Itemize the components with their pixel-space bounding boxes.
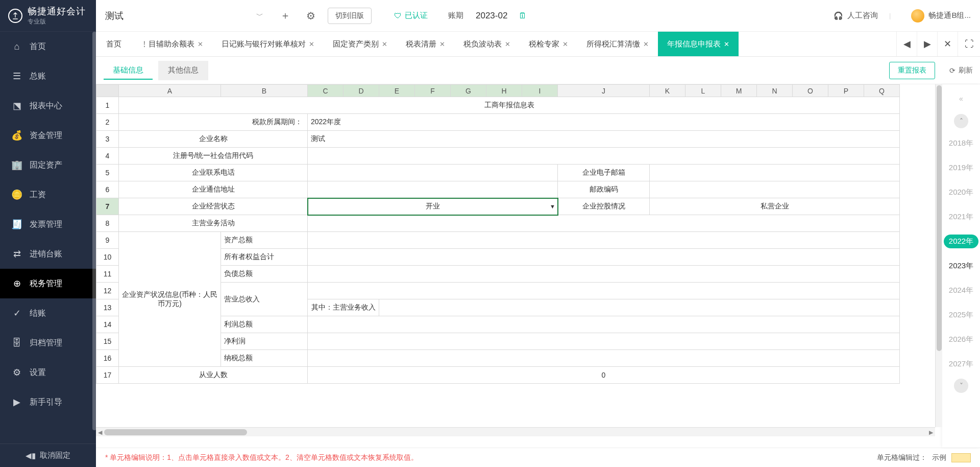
row-header[interactable]: 3	[96, 131, 119, 148]
tab-aux-balance[interactable]: ﹗目辅助余额表✕	[132, 32, 212, 56]
switch-old-version-button[interactable]: 切到旧版	[328, 8, 372, 24]
cell-employees-value[interactable]: 0	[308, 367, 900, 384]
row-header[interactable]: 7	[96, 198, 119, 215]
col-header[interactable]: J	[558, 85, 650, 97]
close-icon[interactable]: ✕	[382, 40, 387, 48]
tab-asset-category[interactable]: 固定资产类别✕	[324, 32, 397, 56]
col-header[interactable]: F	[415, 85, 451, 97]
col-header[interactable]: O	[793, 85, 828, 97]
cell-holding-label[interactable]: 企业控股情况	[558, 198, 650, 215]
cell-asset-total-label[interactable]: 资产总额	[221, 232, 308, 249]
tab-tax-book[interactable]: 税表清册✕	[397, 32, 454, 56]
cell-phone[interactable]	[308, 165, 558, 181]
sidebar-item-invoice[interactable]: 🧾发票管理	[0, 209, 96, 239]
tab-bank-recon[interactable]: 日记账与银行对账单核对✕	[212, 32, 324, 56]
year-item[interactable]: 2019年	[942, 156, 980, 179]
year-item[interactable]: 2021年	[942, 205, 980, 228]
close-icon[interactable]: ✕	[505, 40, 510, 48]
cell-addr[interactable]	[308, 181, 558, 198]
cell-rev-label[interactable]: 营业总收入	[221, 283, 308, 316]
cell-tax-label[interactable]: 纳税总额	[221, 350, 308, 367]
calendar-icon[interactable]: 🗓	[519, 11, 527, 20]
consult-button[interactable]: 🎧 人工咨询	[834, 11, 878, 20]
cell-email-label[interactable]: 企业电子邮箱	[558, 165, 650, 181]
select-all-corner[interactable]	[96, 85, 119, 97]
close-icon[interactable]: ✕	[724, 40, 729, 48]
subtab-basic[interactable]: 基础信息	[103, 61, 153, 80]
cell-status-label[interactable]: 企业经营状态	[119, 198, 308, 215]
cell-asset-total[interactable]	[308, 232, 900, 249]
row-header[interactable]: 16	[96, 350, 119, 367]
col-header[interactable]: C	[308, 85, 344, 97]
cell-status-dropdown[interactable]: 开业▼	[308, 198, 558, 215]
year-item[interactable]: 2018年	[942, 131, 980, 155]
close-icon[interactable]: ✕	[439, 40, 445, 48]
cell-email[interactable]	[650, 165, 900, 181]
cell-liab[interactable]	[308, 266, 900, 283]
col-header[interactable]: I	[522, 85, 558, 97]
year-scroll-down[interactable]: ˅	[954, 379, 968, 393]
cell-profit-label[interactable]: 利润总额	[221, 316, 308, 333]
col-header[interactable]: A	[119, 85, 221, 97]
row-header[interactable]: 6	[96, 181, 119, 198]
sidebar-item-closing[interactable]: ✓结账	[0, 298, 96, 328]
cell-mainbiz-label[interactable]: 主营业务活动	[119, 215, 308, 232]
cell-phone-label[interactable]: 企业联系电话	[119, 165, 308, 181]
year-item[interactable]: 2020年	[942, 180, 980, 204]
sidebar-item-inout[interactable]: ⇄进销台账	[0, 239, 96, 269]
cell-mainbiz[interactable]	[308, 215, 900, 232]
sidebar-item-archive[interactable]: 🗄归档管理	[0, 328, 96, 358]
col-header[interactable]: Q	[864, 85, 900, 97]
horizontal-scrollbar[interactable]: ◀▶	[96, 427, 935, 436]
sidebar-item-reports[interactable]: ⬔报表中心	[0, 91, 96, 121]
cell-employees-label[interactable]: 从业人数	[119, 367, 308, 384]
row-header[interactable]: 2	[96, 114, 119, 131]
cell-rev-main[interactable]	[379, 299, 900, 316]
col-header[interactable]: B	[221, 85, 308, 97]
sidebar-item-tax[interactable]: ⊕税务管理	[0, 269, 96, 298]
col-header[interactable]: N	[757, 85, 793, 97]
close-icon[interactable]: ✕	[643, 40, 649, 48]
subtab-other[interactable]: 其他信息	[158, 61, 208, 80]
sidebar-item-funds[interactable]: 💰资金管理	[0, 121, 96, 150]
year-item-active[interactable]: 2022年	[942, 229, 980, 253]
tabs-fullscreen[interactable]: ⛶	[958, 32, 980, 56]
year-item[interactable]: 2027年	[942, 352, 980, 376]
year-rail-collapse[interactable]: «	[957, 88, 966, 109]
cell-regno[interactable]	[308, 148, 900, 165]
cell-rev[interactable]	[308, 283, 900, 299]
sidebar-item-salary[interactable]: 🪙工资	[0, 180, 96, 209]
cell-netprofit[interactable]	[308, 333, 900, 350]
row-header[interactable]: 8	[96, 215, 119, 232]
cell-netprofit-label[interactable]: 净利润	[221, 333, 308, 350]
col-header[interactable]: P	[828, 85, 864, 97]
spreadsheet[interactable]: A B C D E F G H I J K L M N O	[96, 84, 942, 448]
tab-tax-expert[interactable]: 税检专家✕	[520, 32, 577, 56]
col-header[interactable]: G	[451, 85, 486, 97]
cell-owner-equity[interactable]	[308, 249, 900, 266]
cell-addr-label[interactable]: 企业通信地址	[119, 181, 308, 198]
cell-company-name[interactable]: 测试	[308, 131, 900, 148]
year-item[interactable]: 2025年	[942, 303, 980, 326]
sidebar-item-home[interactable]: ⌂首页	[0, 32, 96, 61]
add-button[interactable]: ＋	[277, 7, 294, 25]
cell-rev-main-label[interactable]: 其中：主营业务收入	[308, 299, 379, 316]
close-icon[interactable]: ✕	[198, 40, 203, 48]
cell-liab-label[interactable]: 负债总额	[221, 266, 308, 283]
sidebar-item-assets[interactable]: 🏢固定资产	[0, 150, 96, 180]
row-header[interactable]: 5	[96, 165, 119, 181]
refresh-button[interactable]: ⟳ 刷新	[949, 66, 973, 75]
vertical-scrollbar[interactable]	[935, 84, 942, 427]
cell-owner-equity-label[interactable]: 所有者权益合计	[221, 249, 308, 266]
cell-profit[interactable]	[308, 316, 900, 333]
cell-company-name-label[interactable]: 企业名称	[119, 131, 308, 148]
user-menu[interactable]: 畅捷通B组...	[911, 9, 971, 22]
cell-regno-label[interactable]: 注册号/统一社会信用代码	[119, 148, 308, 165]
sidebar-item-settings[interactable]: ⚙设置	[0, 358, 96, 387]
cell-zip-label[interactable]: 邮政编码	[558, 181, 650, 198]
col-header[interactable]: D	[344, 85, 379, 97]
col-header[interactable]: K	[650, 85, 685, 97]
cell-period-label[interactable]: 税款所属期间：	[119, 114, 308, 131]
cell-asset-group[interactable]: 企业资产状况信息(币种：人民币万元)	[119, 232, 221, 367]
year-item[interactable]: 2023年	[942, 254, 980, 277]
